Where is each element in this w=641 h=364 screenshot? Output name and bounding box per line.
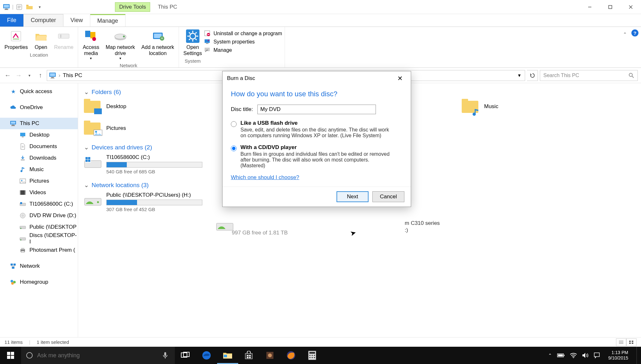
- nav-this-pc[interactable]: This PC: [0, 118, 78, 129]
- ribbon-btn-open-settings[interactable]: Open Settings: [182, 28, 204, 58]
- nav-videos[interactable]: Videos: [0, 187, 78, 198]
- thumbnails-view-toggle[interactable]: [626, 338, 637, 346]
- nav-network[interactable]: Network: [0, 260, 78, 272]
- search-input[interactable]: Search This PC: [540, 70, 638, 81]
- task-view-button[interactable]: [175, 347, 196, 364]
- tray-volume-icon[interactable]: [582, 352, 588, 358]
- disc-title-input[interactable]: [257, 105, 376, 114]
- tray-clock[interactable]: 1:13 PM9/10/2015: [605, 350, 631, 361]
- nav-net-public[interactable]: Public (\\DESKTOP: [0, 221, 78, 233]
- nav-dvd-drive[interactable]: DVD RW Drive (D:): [0, 210, 78, 221]
- dialog-help-link[interactable]: Which one should I choose?: [231, 174, 299, 180]
- maximize-button[interactable]: [600, 0, 621, 14]
- properties-icon: [9, 29, 23, 43]
- peek-drive-icon: [216, 218, 234, 232]
- network-drive-icon: [114, 29, 127, 43]
- folder-desktop[interactable]: Desktop: [84, 99, 206, 114]
- nav-pictures[interactable]: Pictures: [0, 175, 78, 187]
- ribbon-btn-access-media[interactable]: Access media▾: [81, 28, 101, 62]
- ribbon-btn-system-properties[interactable]: System properties: [204, 38, 282, 45]
- tray-show-hidden-icon[interactable]: ⌃: [548, 353, 552, 358]
- start-button[interactable]: [0, 347, 21, 364]
- nav-quick-access[interactable]: ★Quick access: [0, 86, 78, 97]
- close-button[interactable]: [621, 0, 641, 14]
- radio-cddvd[interactable]: [231, 146, 237, 151]
- svg-point-81: [473, 113, 476, 116]
- svg-point-21: [123, 36, 125, 37]
- ribbon-btn-open[interactable]: Open: [32, 28, 50, 51]
- taskbar-firefox[interactable]: [280, 347, 302, 364]
- tab-computer[interactable]: Computer: [23, 14, 63, 27]
- back-button[interactable]: ←: [3, 71, 12, 80]
- svg-rect-72: [21, 248, 24, 249]
- tray-wifi-icon[interactable]: [570, 352, 577, 358]
- svg-rect-43: [50, 73, 55, 76]
- nav-onedrive[interactable]: OneDrive: [0, 102, 78, 113]
- ribbon-collapse-chevron[interactable]: ⌃: [623, 32, 627, 37]
- show-desktop-button[interactable]: [637, 347, 639, 364]
- tab-manage[interactable]: Manage: [90, 14, 126, 27]
- cortana-input[interactable]: [37, 352, 159, 359]
- nav-homegroup[interactable]: Homegroup: [0, 276, 78, 288]
- drive-c[interactable]: TI10658600C (C:) 540 GB free of 685 GB: [84, 154, 218, 174]
- qat-customize-dropdown[interactable]: ▾: [35, 3, 44, 12]
- svg-point-91: [97, 201, 99, 203]
- svg-rect-40: [206, 43, 208, 44]
- svg-rect-97: [632, 341, 633, 342]
- breadcrumb[interactable]: This PC: [63, 72, 82, 79]
- dialog-heading: How do you want to use this disc?: [231, 90, 402, 98]
- address-dropdown[interactable]: ▾: [516, 72, 523, 78]
- cancel-button[interactable]: Cancel: [372, 191, 404, 202]
- tray-battery-icon[interactable]: [557, 353, 565, 358]
- qat-this-pc-icon[interactable]: [2, 3, 11, 12]
- taskbar-calculator[interactable]: [302, 347, 323, 364]
- ribbon-btn-properties[interactable]: Properties: [3, 28, 30, 51]
- folder-music[interactable]: Music: [462, 99, 583, 114]
- taskbar-explorer[interactable]: [217, 347, 238, 364]
- tab-view[interactable]: View: [63, 14, 90, 27]
- minimize-button[interactable]: [580, 0, 600, 14]
- window-title: This PC: [158, 4, 177, 10]
- folder-pictures[interactable]: Pictures: [84, 121, 206, 136]
- svg-rect-105: [164, 352, 166, 356]
- drive-tools-contextual-tab[interactable]: Drive Tools: [115, 2, 150, 12]
- radio-option-usb[interactable]: Like a USB flash drive Save, edit, and d…: [231, 120, 402, 138]
- forward-button[interactable]: →: [14, 71, 23, 80]
- details-view-toggle[interactable]: [616, 338, 626, 346]
- ribbon-btn-uninstall[interactable]: Uninstall or change a program: [204, 30, 282, 37]
- ribbon-group-title: System: [185, 58, 201, 65]
- taskbar-edge[interactable]: [196, 347, 217, 364]
- mic-icon[interactable]: [163, 352, 170, 359]
- tab-file[interactable]: File: [0, 14, 23, 27]
- qat-properties-icon[interactable]: [15, 3, 24, 12]
- ribbon-btn-add-network-location[interactable]: + Add a network location: [140, 28, 176, 62]
- tray-action-center-icon[interactable]: [594, 352, 600, 359]
- cortana-search[interactable]: [21, 347, 175, 364]
- nav-c-drive[interactable]: TI10658600C (C:): [0, 198, 78, 210]
- nav-documents[interactable]: Documents: [0, 141, 78, 152]
- taskbar-store[interactable]: [238, 347, 259, 364]
- qat-new-folder-icon[interactable]: [25, 3, 34, 12]
- chevron-down-icon: ⌄: [84, 181, 89, 189]
- help-icon[interactable]: ?: [631, 29, 638, 36]
- nav-music[interactable]: Music: [0, 164, 78, 175]
- recent-locations-dropdown[interactable]: ▾: [25, 71, 34, 80]
- next-button[interactable]: Next: [337, 191, 369, 202]
- ribbon-btn-map-network-drive[interactable]: Map network drive▾: [104, 28, 137, 62]
- radio-usb[interactable]: [231, 121, 237, 127]
- taskbar: ⌃ 1:13 PM9/10/2015: [0, 347, 641, 364]
- nav-desktop[interactable]: Desktop: [0, 129, 78, 141]
- radio-option-cddvd[interactable]: With a CD/DVD player Burn files in group…: [231, 144, 402, 169]
- net-drive-public[interactable]: Public (\\DESKTOP-PC\Users) (H:) 307 GB …: [84, 192, 218, 212]
- svg-rect-121: [309, 352, 315, 354]
- ribbon-btn-manage[interactable]: Manage: [204, 47, 282, 54]
- refresh-button[interactable]: [527, 70, 538, 81]
- taskbar-app-generic[interactable]: [259, 347, 280, 364]
- nav-net-photosmart[interactable]: Photosmart Prem (: [0, 244, 78, 256]
- up-button[interactable]: ↑: [36, 71, 45, 80]
- nav-downloads[interactable]: Downloads: [0, 152, 78, 164]
- folder-icon: [462, 99, 480, 114]
- dialog-titlebar[interactable]: Burn a Disc ✕: [223, 71, 411, 85]
- dialog-close-button[interactable]: ✕: [394, 72, 406, 85]
- nav-net-discs[interactable]: Discs (\\DESKTOP-I: [0, 233, 78, 244]
